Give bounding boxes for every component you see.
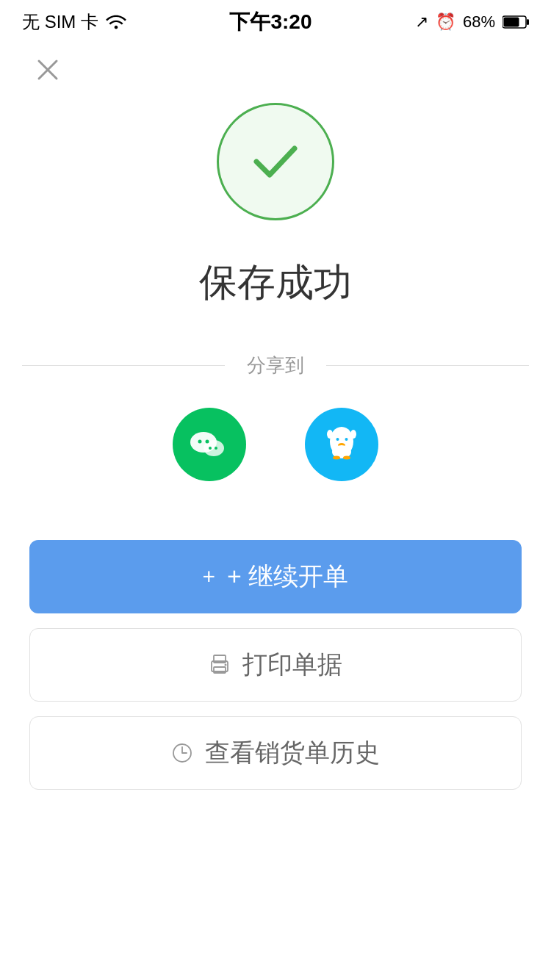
battery-icon xyxy=(503,15,529,29)
close-button[interactable] xyxy=(29,51,66,88)
share-icons xyxy=(173,408,378,481)
no-sim-text: 无 SIM 卡 xyxy=(22,10,98,34)
qq-share-button[interactable] xyxy=(305,408,378,481)
continue-button[interactable]: + + 继续开单 xyxy=(29,540,522,613)
status-right: ↗ ⏰ 68% xyxy=(415,12,529,32)
svg-point-9 xyxy=(209,447,212,450)
check-icon xyxy=(246,131,305,192)
history-label: 查看销货单历史 xyxy=(205,736,380,770)
print-icon xyxy=(209,655,231,675)
continue-label: + 继续开单 xyxy=(227,560,348,594)
qq-icon xyxy=(320,421,364,469)
svg-point-15 xyxy=(345,438,348,441)
svg-rect-1 xyxy=(503,18,519,27)
print-label: 打印单据 xyxy=(242,648,342,682)
main-content: 保存成功 分享到 xyxy=(0,44,551,790)
svg-point-20 xyxy=(327,430,333,439)
svg-point-8 xyxy=(206,440,209,444)
history-button[interactable]: 查看销货单历史 xyxy=(29,716,522,790)
history-icon xyxy=(171,742,193,764)
share-divider: 分享到 xyxy=(0,353,551,378)
print-button[interactable]: 打印单据 xyxy=(29,628,522,702)
divider-left xyxy=(22,365,225,366)
wifi-icon xyxy=(106,15,126,29)
plus-icon: + xyxy=(203,564,216,589)
svg-rect-2 xyxy=(527,19,529,25)
wechat-share-button[interactable] xyxy=(173,408,246,481)
divider-right xyxy=(326,365,529,366)
success-circle xyxy=(217,103,334,220)
share-section: 分享到 xyxy=(0,353,551,481)
status-left: 无 SIM 卡 xyxy=(22,10,126,34)
svg-point-21 xyxy=(350,430,356,439)
svg-point-14 xyxy=(336,438,339,441)
action-buttons: + + 继续开单 打印单据 查看销货单历 xyxy=(0,540,551,790)
success-title: 保存成功 xyxy=(199,257,352,309)
svg-point-18 xyxy=(333,455,340,459)
svg-point-19 xyxy=(343,455,350,459)
status-time: 下午3:20 xyxy=(229,8,311,36)
svg-point-25 xyxy=(225,664,227,666)
alarm-icon: ⏰ xyxy=(436,12,455,32)
status-bar: 无 SIM 卡 下午3:20 ↗ ⏰ 68% xyxy=(0,0,551,44)
location-icon: ↗ xyxy=(415,12,428,32)
wechat-icon xyxy=(187,426,231,463)
share-label: 分享到 xyxy=(247,353,304,378)
battery-percent: 68% xyxy=(463,12,495,32)
svg-point-7 xyxy=(198,440,202,444)
svg-point-10 xyxy=(215,447,217,450)
